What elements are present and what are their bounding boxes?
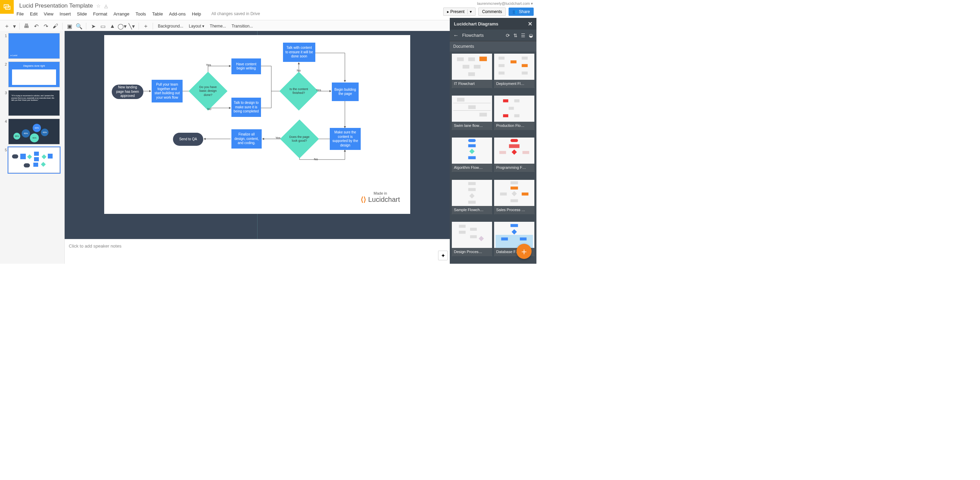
speaker-notes[interactable]: Click to add speaker notes xyxy=(65,239,450,264)
explore-button[interactable]: ✦ xyxy=(438,251,448,260)
doc-card[interactable]: Production Flo… xyxy=(494,95,535,130)
svg-rect-46 xyxy=(503,114,508,117)
svg-rect-28 xyxy=(463,65,469,69)
menu-insert[interactable]: Insert xyxy=(59,11,71,16)
menu-help[interactable]: Help xyxy=(192,11,201,16)
menu-format[interactable]: Format xyxy=(93,11,107,16)
account-icon[interactable]: ◒ xyxy=(529,33,533,38)
new-slide-button[interactable]: ＋ xyxy=(3,22,11,30)
svg-rect-73 xyxy=(511,224,518,227)
sort-icon[interactable]: ⇅ xyxy=(513,33,517,38)
share-button[interactable]: 👥 Share xyxy=(509,8,534,16)
redo-icon[interactable]: ↷ xyxy=(41,22,50,30)
flow-write-content: Have content begin writing xyxy=(231,59,261,74)
comments-button[interactable]: Comments xyxy=(478,8,506,16)
move-to-drive-icon[interactable]: ◬ xyxy=(104,1,108,9)
lucidchart-logo: ⟨⟩ Lucidchart xyxy=(361,195,400,203)
svg-rect-33 xyxy=(499,72,504,75)
present-dropdown[interactable]: ▾ xyxy=(467,9,472,14)
slide-number: 4 xyxy=(2,119,8,145)
zoom-fit-icon[interactable]: ▣ xyxy=(65,22,73,30)
slide-content[interactable]: New landing page has been approved Pull … xyxy=(104,35,410,214)
menu-tools[interactable]: Tools xyxy=(135,11,146,16)
doc-card[interactable]: Swim lane flow… xyxy=(452,95,492,130)
image-icon[interactable]: ▲ xyxy=(108,22,116,30)
menu-view[interactable]: View xyxy=(44,11,53,16)
svg-rect-59 xyxy=(469,193,474,199)
svg-rect-58 xyxy=(468,188,476,191)
svg-rect-61 xyxy=(511,181,518,184)
list-view-icon[interactable]: ☰ xyxy=(521,33,525,38)
undo-icon[interactable]: ↶ xyxy=(32,22,40,30)
svg-rect-74 xyxy=(512,229,517,234)
doc-card[interactable]: Deployment Fl… xyxy=(494,54,535,88)
svg-rect-40 xyxy=(457,98,465,102)
theme-button[interactable]: Theme... xyxy=(208,24,228,29)
select-tool-icon[interactable]: ➤ xyxy=(89,22,97,30)
slide-number: 1 xyxy=(2,33,8,59)
slide-thumb-3[interactable]: "If I'm trying to recommend a solution, … xyxy=(8,90,60,116)
doc-card[interactable]: Sales Process … xyxy=(494,180,535,214)
slide-number: 5 xyxy=(2,147,8,173)
svg-rect-56 xyxy=(522,151,529,154)
flow-support: Make sure the content is supported by th… xyxy=(330,128,361,150)
paint-format-icon[interactable]: 🖌 xyxy=(51,22,59,30)
doc-card[interactable]: IT Flowchart xyxy=(452,54,492,88)
comment-icon[interactable]: ＋ xyxy=(142,22,150,30)
svg-rect-30 xyxy=(468,72,475,76)
label-no: No xyxy=(297,69,301,72)
label-yes: Yes xyxy=(316,88,321,92)
flow-build-page: Begin building the page xyxy=(332,83,359,101)
zoom-icon[interactable]: 🔍 xyxy=(75,22,83,30)
menu-arrange[interactable]: Arrange xyxy=(113,11,129,16)
fab-add-button[interactable]: ＋ xyxy=(517,244,531,259)
svg-rect-49 xyxy=(468,145,476,148)
svg-rect-64 xyxy=(500,192,507,195)
slide-thumb-5[interactable] xyxy=(8,147,60,173)
doc-card[interactable]: Design Proces… xyxy=(452,222,492,256)
close-icon[interactable]: ✕ xyxy=(528,21,532,27)
label-no: No xyxy=(314,157,318,161)
menu-file[interactable]: File xyxy=(16,11,24,16)
menu-addons[interactable]: Add-ons xyxy=(169,11,186,16)
svg-rect-31 xyxy=(499,57,504,60)
doc-card[interactable]: Sample Flowch… xyxy=(452,180,492,214)
flow-start: New landing page has been approved xyxy=(112,84,143,99)
new-slide-dropdown[interactable]: ▾ xyxy=(13,22,16,30)
line-icon[interactable]: ╲▾ xyxy=(127,22,136,30)
svg-rect-62 xyxy=(511,186,518,189)
svg-rect-57 xyxy=(468,182,476,185)
menu-edit[interactable]: Edit xyxy=(30,11,38,16)
shape-icon[interactable]: ◯▾ xyxy=(118,22,126,30)
svg-rect-48 xyxy=(468,139,476,142)
label-yes: Yes xyxy=(206,63,211,67)
star-icon[interactable]: ☆ xyxy=(96,1,101,9)
svg-rect-53 xyxy=(509,145,519,148)
svg-rect-45 xyxy=(509,107,514,110)
layout-button[interactable]: Layout ▾ xyxy=(187,24,206,29)
document-title[interactable]: Lucid Presentation Template xyxy=(19,0,93,9)
doc-card[interactable]: Algorithm Flow… xyxy=(452,138,492,172)
transition-button[interactable]: Transition... xyxy=(229,24,255,29)
print-icon[interactable]: 🖶 xyxy=(22,22,30,30)
svg-rect-76 xyxy=(520,237,527,240)
slide-thumb-2[interactable]: Diagrams done right xyxy=(8,62,60,87)
refresh-icon[interactable]: ⟳ xyxy=(506,33,510,38)
user-account[interactable]: laurenmcneely@lucidchart.com ▾ xyxy=(477,2,533,6)
svg-rect-71 xyxy=(479,236,484,241)
slide-thumb-4[interactable]: 63% 45% 43% 38% 46% xyxy=(8,119,60,145)
present-button[interactable]: ▸ Present▾ xyxy=(443,8,476,16)
back-icon[interactable]: ← xyxy=(453,32,459,38)
textbox-icon[interactable]: ▭ xyxy=(99,22,107,30)
doc-card[interactable]: Programming F… xyxy=(494,138,535,172)
menu-slide[interactable]: Slide xyxy=(77,11,87,16)
svg-rect-47 xyxy=(514,114,520,117)
flow-qa: Send to QA xyxy=(173,133,203,146)
flow-decision-design: Do you have basic design done? xyxy=(188,72,227,110)
menu-table[interactable]: Table xyxy=(152,11,163,16)
slide-thumb-1[interactable]: ▸ Lucid xyxy=(8,33,60,59)
svg-rect-32 xyxy=(499,64,504,67)
background-button[interactable]: Background... xyxy=(156,24,185,29)
svg-rect-26 xyxy=(468,57,475,61)
slide-canvas[interactable]: New landing page has been approved Pull … xyxy=(65,31,450,239)
